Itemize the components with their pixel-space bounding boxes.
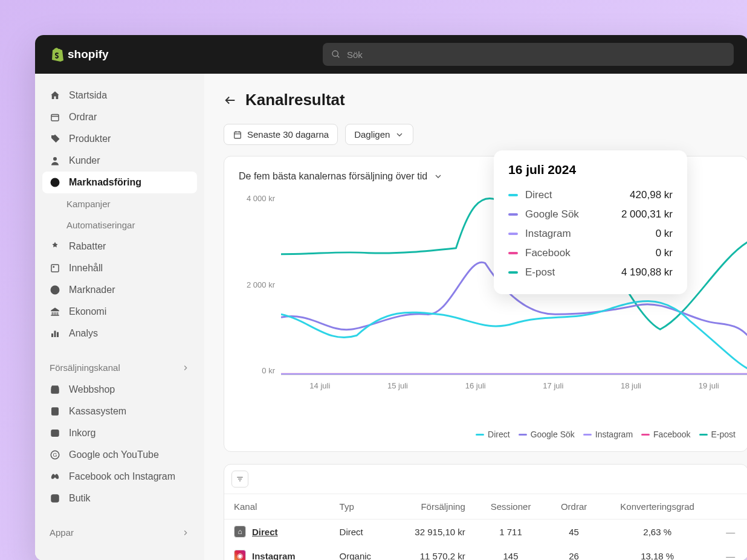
tooltip-date: 16 juli 2024 — [508, 163, 673, 177]
target-icon — [50, 177, 60, 188]
nav-label: Analys — [69, 328, 98, 339]
sidebar: Startsida Ordrar Produkter Kunder Markna… — [35, 74, 204, 560]
channel-pos[interactable]: Kassasystem — [42, 401, 197, 422]
chart-title: De fem bästa kanalernas försäljning över… — [239, 171, 427, 182]
tooltip-label: Instagram — [525, 228, 571, 240]
legend-label: Instagram — [595, 430, 633, 439]
tooltip-swatch — [508, 252, 518, 254]
cell-extra: — — [714, 520, 748, 544]
legend-item[interactable]: Google Sök — [519, 430, 575, 439]
th-orders[interactable]: Ordrar — [546, 494, 601, 520]
table-row[interactable]: ⌂Direct Direct 32 915,10 kr 1 711 45 2,6… — [224, 520, 747, 544]
table-filter-button[interactable] — [231, 471, 248, 488]
search-placeholder: Sök — [347, 50, 363, 60]
tooltip-swatch — [508, 213, 518, 216]
svg-rect-10 — [54, 331, 56, 338]
channel-facebook[interactable]: Facebook och Instagram — [42, 466, 197, 488]
section-label: Försäljningskanal — [50, 362, 120, 373]
legend-swatch — [641, 434, 650, 436]
sales-channels-header[interactable]: Försäljningskanal — [42, 356, 197, 379]
page-title: Kanalresultat — [245, 91, 345, 109]
sidebar-item-campaigns[interactable]: Kampanjer — [42, 193, 197, 214]
topbar: shopify Sök — [35, 35, 747, 74]
legend-item[interactable]: Direct — [476, 430, 510, 439]
apps-header[interactable]: Appar — [42, 521, 197, 544]
tooltip-swatch — [508, 271, 518, 274]
cell-conversion: 13,18 % — [601, 544, 714, 560]
table-header-row: Kanal Typ Försäljning Sessioner Ordrar K… — [224, 494, 747, 520]
search-input[interactable]: Sök — [323, 43, 734, 66]
legend-swatch — [583, 434, 592, 436]
granularity-selector[interactable]: Dagligen — [345, 124, 413, 145]
page-header: Kanalresultat — [224, 91, 747, 109]
table-row[interactable]: ◉Instagram Organic 11 570,2 kr 145 26 13… — [224, 544, 747, 560]
sidebar-item-products[interactable]: Produkter — [42, 128, 197, 150]
sidebar-item-customers[interactable]: Kunder — [42, 150, 197, 172]
bars-icon — [50, 328, 60, 339]
channel-name[interactable]: Instagram — [252, 551, 296, 561]
x-label: 16 juli — [436, 381, 514, 390]
nav-label: Automatiseringar — [66, 220, 135, 230]
th-sales[interactable]: Försäljning — [391, 494, 475, 520]
sidebar-item-analytics[interactable]: Analys — [42, 323, 197, 344]
channel-icon: ⌂ — [234, 526, 246, 538]
svg-rect-11 — [57, 332, 59, 337]
discount-icon — [50, 241, 60, 252]
app-window: shopify Sök Startsida Ordrar Produkter K… — [35, 35, 747, 560]
filter-icon — [236, 475, 244, 483]
th-sessions[interactable]: Sessioner — [475, 494, 547, 520]
th-type[interactable]: Typ — [330, 494, 392, 520]
svg-rect-9 — [51, 333, 53, 337]
th-channel[interactable]: Kanal — [224, 494, 330, 520]
y-label: 0 kr — [239, 366, 275, 375]
sidebar-item-markets[interactable]: Marknader — [42, 279, 197, 301]
tooltip-row: Instagram0 kr — [508, 224, 673, 243]
tooltip-value: 0 kr — [656, 228, 673, 240]
y-axis-labels: 4 000 kr 2 000 kr 0 kr — [239, 194, 275, 375]
nav-label: Inkorg — [69, 428, 95, 439]
chevron-down-icon — [433, 172, 443, 181]
date-range-selector[interactable]: Senaste 30 dagarna — [224, 124, 338, 145]
nav-label: Butik — [69, 493, 91, 504]
section-label: Appar — [50, 527, 74, 538]
tooltip-value: 4 190,88 kr — [621, 266, 673, 278]
sidebar-item-content[interactable]: Innehåll — [42, 257, 197, 279]
chart-legend: DirectGoogle SökInstagramFacebookE-post — [239, 430, 747, 439]
legend-label: Google Sök — [531, 430, 575, 439]
back-arrow-icon[interactable] — [224, 94, 237, 107]
orders-icon — [50, 112, 60, 123]
x-label: 19 juli — [670, 381, 747, 390]
channel-inbox[interactable]: Inkorg — [42, 422, 197, 444]
cell-sessions: 145 — [475, 544, 547, 560]
svg-rect-6 — [51, 265, 59, 272]
shopify-logo[interactable]: shopify — [50, 47, 109, 62]
cell-conversion: 2,63 % — [601, 520, 714, 544]
tag-icon — [50, 134, 60, 144]
legend-item[interactable]: Facebook — [641, 430, 690, 439]
channel-webshop[interactable]: Webbshop — [42, 379, 197, 401]
channel-name[interactable]: Direct — [252, 527, 278, 537]
legend-item[interactable]: Instagram — [583, 430, 633, 439]
sidebar-item-marketing[interactable]: Marknadsföring — [42, 172, 197, 193]
cell-orders: 26 — [546, 544, 601, 560]
shop-icon — [50, 493, 60, 504]
channel-google[interactable]: GGoogle och YouTube — [42, 444, 197, 466]
svg-line-1 — [337, 56, 339, 57]
nav-label: Startsida — [69, 90, 107, 101]
sidebar-item-automations[interactable]: Automatiseringar — [42, 214, 197, 236]
svg-rect-2 — [51, 115, 59, 121]
sidebar-item-finance[interactable]: Ekonomi — [42, 301, 197, 323]
channel-shop[interactable]: Butik — [42, 488, 197, 509]
cell-sales: 11 570,2 kr — [391, 544, 475, 560]
sidebar-item-orders[interactable]: Ordrar — [42, 106, 197, 128]
sidebar-item-home[interactable]: Startsida — [42, 85, 197, 106]
x-label: 17 juli — [514, 381, 592, 390]
nav-label: Produkter — [69, 134, 111, 144]
sidebar-item-discounts[interactable]: Rabatter — [42, 236, 197, 257]
tooltip-row: E-post4 190,88 kr — [508, 263, 673, 282]
th-conversion[interactable]: Konverteringsgrad — [601, 494, 714, 520]
legend-item[interactable]: E-post — [699, 430, 736, 439]
store-icon — [50, 384, 60, 395]
meta-icon — [50, 471, 60, 482]
y-label: 4 000 kr — [239, 194, 275, 203]
